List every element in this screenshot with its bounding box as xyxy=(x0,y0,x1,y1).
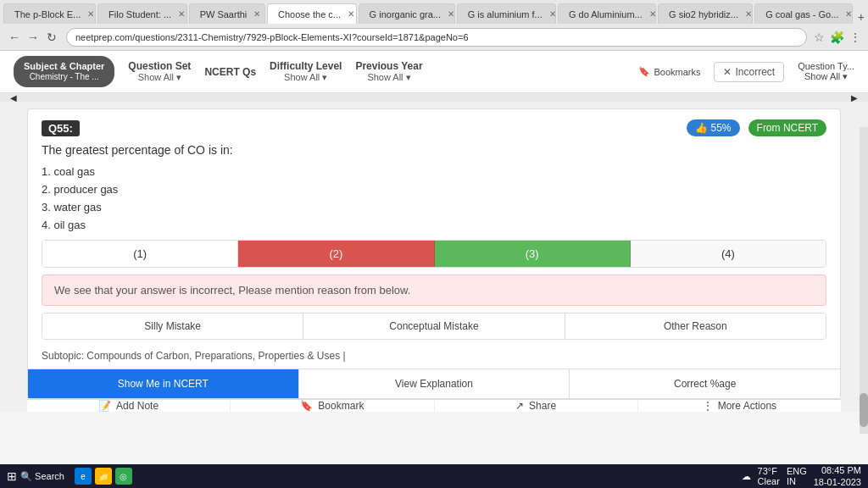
tab-5-label: G inorganic gra... xyxy=(370,9,441,19)
weather-desc: Clear xyxy=(758,476,780,486)
scroll-right-btn[interactable]: ▶ xyxy=(851,93,858,103)
question-type-filter[interactable]: Question Ty... Show All ▾ xyxy=(798,61,854,82)
tab-5[interactable]: G inorganic gra... ✕ xyxy=(359,3,455,24)
question-type-value: Show All ▾ xyxy=(804,71,848,82)
taskbar-right: ☁ 73°F Clear ENG IN 08:45 PM 18-01-2023 xyxy=(742,464,861,488)
new-tab-btn[interactable]: + xyxy=(858,10,865,24)
prev-year-label: Previous Year xyxy=(355,60,422,72)
tab-9-label: G coal gas - Go... xyxy=(765,9,838,19)
option-2-num: 2. xyxy=(42,183,51,196)
weather-icon: ☁ xyxy=(742,471,751,482)
tab-6[interactable]: G is aluminium f... ✕ xyxy=(457,3,556,24)
tab-5-close[interactable]: ✕ xyxy=(448,9,454,19)
bookmark-action-icon: 🔖 xyxy=(300,400,313,412)
tab-8-close[interactable]: ✕ xyxy=(745,9,752,19)
tab-7-label: G do Aluminium... xyxy=(569,9,643,19)
back-button[interactable]: ← xyxy=(7,30,22,45)
add-note-label: Add Note xyxy=(116,400,159,412)
tab-9[interactable]: G coal gas - Go... ✕ xyxy=(754,3,853,24)
subject-chapter-filter[interactable]: Subject & Chapter Chemistry - The ... xyxy=(14,56,114,87)
refresh-button[interactable]: ↻ xyxy=(44,30,59,45)
tab-2[interactable]: Filo Student: ... ✕ xyxy=(97,3,187,24)
ncert-filter[interactable]: NCERT Qs xyxy=(204,66,256,78)
share-action[interactable]: ↗ Share xyxy=(435,400,638,412)
bookmark-star-icon[interactable]: ☆ xyxy=(814,30,825,44)
question-set-filter[interactable]: Question Set Show All ▾ xyxy=(128,60,191,83)
tab-7[interactable]: G do Aluminium... ✕ xyxy=(558,3,656,24)
question-header: Q55: 👍 55% From NCERT xyxy=(28,109,840,143)
correct-percentage-btn[interactable]: Correct %age xyxy=(570,369,840,398)
tab-8-label: G sio2 hybridiz... xyxy=(669,9,738,19)
reason-other-btn[interactable]: Other Reason xyxy=(565,313,826,339)
url-text: neetprep.com/questions/2311-Chemistry/79… xyxy=(75,32,469,42)
option-2-text: producer gas xyxy=(53,183,118,196)
tab-7-close[interactable]: ✕ xyxy=(649,9,656,19)
show-ncert-btn[interactable]: Show Me in NCERT xyxy=(28,369,299,398)
action-buttons: Show Me in NCERT View Explanation Correc… xyxy=(28,369,840,398)
tab-8[interactable]: G sio2 hybridiz... ✕ xyxy=(658,3,753,24)
more-actions-label: More Actions xyxy=(718,400,776,412)
option-4-text: oil gas xyxy=(53,219,86,231)
tab-6-close[interactable]: ✕ xyxy=(549,9,556,19)
add-note-icon: 📝 xyxy=(98,400,111,412)
add-note-action[interactable]: 📝 Add Note xyxy=(27,400,231,412)
answer-btn-2[interactable]: (2) xyxy=(238,241,434,267)
bookmark-icon: 🔖 xyxy=(638,66,650,77)
view-explanation-btn[interactable]: View Explanation xyxy=(299,369,570,398)
share-label: Share xyxy=(529,400,556,412)
scrollbar[interactable] xyxy=(860,127,868,434)
options-list: 1. coal gas 2. producer gas 3. water gas… xyxy=(28,165,840,240)
reason-conceptual-btn[interactable]: Conceptual Mistake xyxy=(303,313,565,339)
extensions-icon[interactable]: 🧩 xyxy=(830,30,844,44)
option-3-num: 3. xyxy=(42,201,51,214)
subtopic: Subtopic: Compounds of Carbon, Preparati… xyxy=(28,347,840,369)
option-3-text: water gas xyxy=(53,201,101,214)
subject-value: Chemistry - The ... xyxy=(30,72,99,82)
ncert-label: NCERT Qs xyxy=(204,66,256,78)
x-icon: ✕ xyxy=(723,66,732,78)
prev-year-filter[interactable]: Previous Year Show All ▾ xyxy=(355,60,422,83)
tab-4-close[interactable]: ✕ xyxy=(348,9,354,19)
answer-btn-3[interactable]: (3) xyxy=(435,241,631,267)
more-icon: ⋮ xyxy=(703,400,713,412)
browser-menu-icon[interactable]: ⋮ xyxy=(849,30,861,44)
taskbar-explorer-icon[interactable]: 📁 xyxy=(95,468,112,485)
tab-2-close[interactable]: ✕ xyxy=(178,9,185,19)
answer-btn-1[interactable]: (1) xyxy=(42,241,238,267)
tab-3-close[interactable]: ✕ xyxy=(253,9,260,19)
reason-silly-btn[interactable]: Silly Mistake xyxy=(42,313,303,339)
bookmark-label: Bookmark xyxy=(318,400,364,412)
tab-6-label: G is aluminium f... xyxy=(468,9,542,19)
search-taskbar-icon[interactable]: 🔍 Search xyxy=(20,471,64,482)
answer-btn-4[interactable]: (4) xyxy=(631,241,826,267)
option-1[interactable]: 1. coal gas xyxy=(42,165,826,178)
tab-1-close[interactable]: ✕ xyxy=(87,9,94,19)
tab-2-label: Filo Student: ... xyxy=(108,9,171,19)
forward-button[interactable]: → xyxy=(25,30,41,45)
tab-3[interactable]: PW Saarthi ✕ xyxy=(189,3,265,24)
taskbar-chrome-icon[interactable]: ◎ xyxy=(115,468,132,485)
ncert-badge: From NCERT xyxy=(748,119,826,136)
start-btn[interactable]: ⊞ xyxy=(7,469,17,483)
option-3[interactable]: 3. water gas xyxy=(42,201,826,214)
option-1-num: 1. xyxy=(42,165,51,178)
tab-4[interactable]: Choose the c... ✕ xyxy=(267,3,357,24)
question-set-value: Show All ▾ xyxy=(138,72,181,83)
incorrect-label: Incorrect xyxy=(735,66,775,78)
more-actions-action[interactable]: ⋮ More Actions xyxy=(638,400,841,412)
taskbar-edge-icon[interactable]: e xyxy=(75,468,92,485)
incorrect-filter-btn[interactable]: ✕ Incorrect xyxy=(714,62,784,82)
bookmarks-btn[interactable]: 🔖 Bookmarks xyxy=(638,66,700,77)
scrollbar-thumb[interactable] xyxy=(860,393,868,427)
time-display: 08:45 PM xyxy=(814,464,861,476)
difficulty-label: Difficulty Level xyxy=(270,60,342,72)
scroll-left-btn[interactable]: ◀ xyxy=(10,93,17,103)
option-4[interactable]: 4. oil gas xyxy=(42,219,826,231)
option-2[interactable]: 2. producer gas xyxy=(42,183,826,196)
question-number: Q55: xyxy=(42,120,80,136)
bookmark-action[interactable]: 🔖 Bookmark xyxy=(231,400,434,412)
address-bar[interactable]: neetprep.com/questions/2311-Chemistry/79… xyxy=(66,28,807,47)
difficulty-filter[interactable]: Difficulty Level Show All ▾ xyxy=(270,60,342,83)
tab-9-close[interactable]: ✕ xyxy=(845,9,852,19)
tab-1[interactable]: The p-Block E... ✕ xyxy=(3,3,96,24)
